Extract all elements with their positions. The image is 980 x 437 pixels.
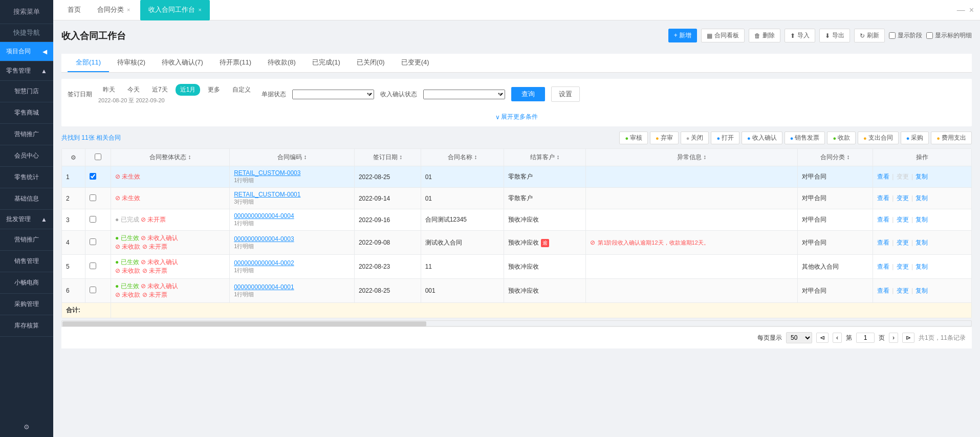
row-select-1[interactable] bbox=[90, 173, 96, 180]
select-all-checkbox[interactable] bbox=[95, 154, 101, 160]
tab-contract-category[interactable]: 合同分类 × bbox=[89, 0, 138, 20]
date-btn-custom[interactable]: 自定义 bbox=[228, 84, 255, 96]
copy-link[interactable]: 复制 bbox=[916, 239, 928, 246]
tab-close-income-workbench[interactable]: × bbox=[198, 7, 201, 13]
edit-link[interactable]: 变更 bbox=[897, 287, 909, 294]
sidebar-item-retail-stat[interactable]: 零售统计 bbox=[0, 167, 53, 188]
sidebar-item-retail-mgmt[interactable]: 零售管理 ▲ bbox=[0, 61, 53, 81]
col-code[interactable]: 合同编码 ↕ bbox=[230, 149, 355, 166]
sidebar-item-sales-mgmt[interactable]: 销售管理 bbox=[0, 251, 53, 272]
sidebar-settings-button[interactable]: ⚙ bbox=[0, 417, 53, 437]
date-btn-7days[interactable]: 近7天 bbox=[147, 84, 172, 96]
row-select-6[interactable] bbox=[90, 287, 96, 293]
open-button[interactable]: ● 打开 bbox=[711, 132, 739, 144]
date-btn-1month[interactable]: 近1月 bbox=[176, 84, 201, 96]
contract-code-link[interactable]: 0000000000004-0002 bbox=[234, 259, 350, 267]
collect-button[interactable]: ● 收款 bbox=[827, 132, 856, 144]
contract-code-link[interactable]: RETAIL_CUSTOM-0001 bbox=[234, 191, 350, 198]
import-button[interactable]: ⬆ 导入 bbox=[785, 29, 815, 42]
contract-code-link[interactable]: RETAIL_CUSTOM-0003 bbox=[234, 169, 350, 177]
close-contract-button[interactable]: ● 关闭 bbox=[681, 132, 709, 144]
contract-code-link[interactable]: 0000000000004-0003 bbox=[234, 235, 350, 243]
add-button[interactable]: + 新增 bbox=[668, 29, 697, 42]
sidebar-item-xiaochang[interactable]: 小畅电商 bbox=[0, 272, 53, 294]
sidebar-item-project[interactable]: 项目合同 ◀ bbox=[0, 42, 53, 61]
row-select-2[interactable] bbox=[90, 194, 96, 201]
minimize-icon[interactable]: — bbox=[957, 6, 965, 15]
sidebar-nav-label[interactable]: 快捷导航 bbox=[0, 24, 53, 42]
delete-button[interactable]: 🗑 删除 bbox=[749, 29, 780, 42]
col-customer[interactable]: 结算客户 ↕ bbox=[504, 149, 585, 166]
col-settings[interactable]: ⚙ bbox=[62, 149, 85, 166]
status-tab-closed[interactable]: 已关闭(0) bbox=[349, 54, 393, 72]
export-button[interactable]: ⬇ 导出 bbox=[819, 29, 850, 42]
income-confirm-button[interactable]: ● 收入确认 bbox=[742, 132, 782, 144]
col-checkbox[interactable] bbox=[85, 149, 111, 166]
sidebar-item-member[interactable]: 会员中心 bbox=[0, 145, 53, 167]
row-checkbox[interactable] bbox=[85, 231, 111, 255]
edit-link[interactable]: 变更 bbox=[897, 216, 909, 223]
show-stages-input[interactable] bbox=[889, 32, 896, 39]
purchase-button[interactable]: ● 采购 bbox=[901, 132, 929, 144]
setting-button[interactable]: 设置 bbox=[551, 86, 580, 102]
row-checkbox[interactable] bbox=[85, 166, 111, 188]
kanban-button[interactable]: ▦ 合同看板 bbox=[701, 29, 745, 42]
status-tab-changed[interactable]: 已变更(4) bbox=[393, 54, 438, 72]
page-size-select[interactable]: 50 20 100 bbox=[786, 332, 812, 343]
status-tab-pending-review[interactable]: 待审核(2) bbox=[109, 54, 154, 72]
view-link[interactable]: 查看 bbox=[877, 194, 889, 202]
view-link[interactable]: 查看 bbox=[877, 287, 889, 294]
view-link[interactable]: 查看 bbox=[877, 173, 889, 180]
edit-link[interactable]: 变更 bbox=[897, 173, 909, 180]
prev-page-button[interactable]: ‹ bbox=[833, 333, 842, 343]
sidebar-item-purchase[interactable]: 采购管理 bbox=[0, 294, 53, 315]
income-confirm-select[interactable] bbox=[423, 90, 505, 99]
show-stages-checkbox[interactable]: 显示阶段 bbox=[889, 31, 922, 40]
copy-link[interactable]: 复制 bbox=[916, 216, 928, 223]
col-anomaly[interactable]: 异常信息 ↕ bbox=[585, 149, 797, 166]
review-button[interactable]: ● 审核 bbox=[619, 132, 648, 144]
row-checkbox[interactable] bbox=[85, 255, 111, 279]
next-page-button[interactable]: › bbox=[889, 333, 898, 343]
date-btn-today[interactable]: 今天 bbox=[123, 84, 144, 96]
row-select-4[interactable] bbox=[90, 238, 96, 245]
row-checkbox[interactable] bbox=[85, 209, 111, 231]
sidebar-search-label[interactable]: 搜索菜单 bbox=[0, 0, 53, 24]
sidebar-item-mkt-promo[interactable]: 营销推广 bbox=[0, 124, 53, 145]
sidebar-item-mkt-promo2[interactable]: 营销推广 bbox=[0, 229, 53, 251]
tab-close-contract-category[interactable]: × bbox=[127, 7, 130, 13]
view-link[interactable]: 查看 bbox=[877, 216, 889, 223]
copy-link[interactable]: 复制 bbox=[916, 263, 928, 270]
copy-link[interactable]: 复制 bbox=[916, 287, 928, 294]
row-checkbox[interactable] bbox=[85, 188, 111, 209]
date-btn-yesterday[interactable]: 昨天 bbox=[98, 84, 120, 96]
first-page-button[interactable]: ⊲ bbox=[816, 333, 829, 343]
row-select-5[interactable] bbox=[90, 263, 96, 269]
page-number-input[interactable] bbox=[856, 333, 875, 343]
col-name[interactable]: 合同名称 ↕ bbox=[421, 149, 504, 166]
doc-status-select[interactable] bbox=[292, 90, 374, 99]
expense-contract-button[interactable]: ● 支出合同 bbox=[858, 132, 899, 144]
sales-invoice-button[interactable]: ● 销售发票 bbox=[785, 132, 825, 144]
edit-link[interactable]: 变更 bbox=[897, 239, 909, 246]
show-detail-checkbox[interactable]: 显示标的明细 bbox=[926, 31, 972, 40]
col-category[interactable]: 合同分类 ↕ bbox=[797, 149, 873, 166]
sidebar-item-smart-store[interactable]: 智慧门店 bbox=[0, 81, 53, 102]
sidebar-item-batch-mgmt[interactable]: 批发管理 ▲ bbox=[0, 210, 53, 229]
sidebar-item-inventory[interactable]: 库存核算 bbox=[0, 315, 53, 337]
view-link[interactable]: 查看 bbox=[877, 263, 889, 270]
refresh-button[interactable]: ↻ 刷新 bbox=[854, 29, 885, 42]
status-tab-pending-invoice[interactable]: 待开票(11) bbox=[211, 54, 259, 72]
status-tab-pending-confirm[interactable]: 待收入确认(7) bbox=[154, 54, 211, 72]
expense-out-button[interactable]: ● 费用支出 bbox=[931, 132, 972, 144]
status-tab-all[interactable]: 全部(11) bbox=[68, 54, 109, 72]
query-button[interactable]: 查询 bbox=[511, 87, 545, 101]
tab-income-workbench[interactable]: 收入合同工作台 × bbox=[140, 0, 209, 20]
copy-link[interactable]: 复制 bbox=[916, 173, 928, 180]
last-page-button[interactable]: ⊳ bbox=[902, 333, 914, 343]
col-date[interactable]: 签订日期 ↕ bbox=[354, 149, 421, 166]
status-tab-pending-payment[interactable]: 待收款(8) bbox=[259, 54, 304, 72]
edit-link[interactable]: 变更 bbox=[897, 263, 909, 270]
contract-code-link[interactable]: 0000000000004-0001 bbox=[234, 283, 350, 291]
row-select-3[interactable] bbox=[90, 216, 96, 223]
